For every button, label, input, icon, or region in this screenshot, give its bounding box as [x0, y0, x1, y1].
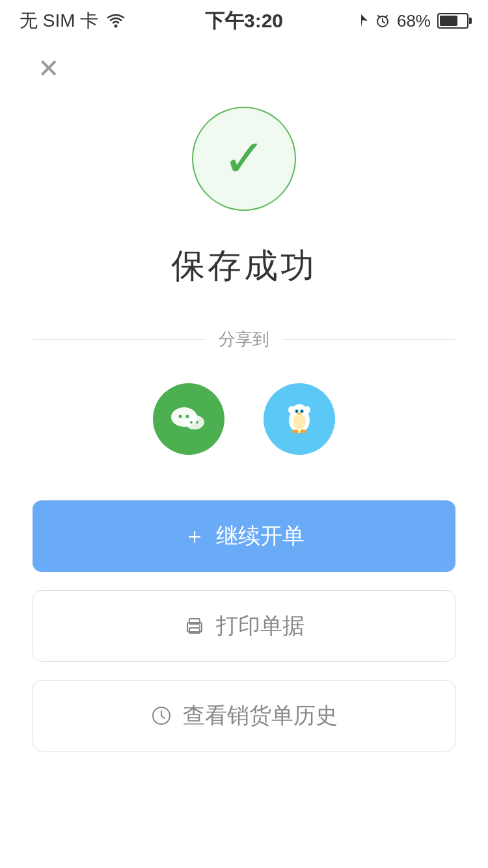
close-button[interactable]: ✕ — [33, 52, 65, 85]
status-right: 68% — [354, 11, 468, 31]
action-buttons: ＋ 继续开单 打印单据 查看销货单历史 — [33, 500, 455, 752]
svg-point-8 — [179, 415, 182, 418]
battery-percent: 68% — [397, 11, 431, 31]
continue-label: 继续开单 — [216, 521, 305, 551]
checkmark-icon: ✓ — [223, 133, 266, 185]
share-row — [153, 383, 335, 455]
svg-point-19 — [288, 406, 295, 414]
svg-point-20 — [304, 406, 310, 414]
share-divider: 分享到 — [33, 328, 455, 351]
wechat-share-button[interactable] — [153, 383, 224, 455]
qq-logo — [279, 399, 319, 439]
svg-point-16 — [296, 411, 298, 413]
svg-point-9 — [186, 415, 189, 418]
svg-point-11 — [196, 421, 198, 424]
status-left: 无 SIM 卡 — [20, 8, 126, 33]
alarm-icon — [375, 13, 390, 29]
carrier-label: 无 SIM 卡 — [20, 8, 98, 33]
wifi-icon — [106, 14, 126, 28]
print-label: 打印单据 — [216, 611, 305, 641]
main-content: ✓ 保存成功 分享到 — [0, 42, 488, 752]
divider-label: 分享到 — [219, 328, 269, 351]
history-label: 查看销货单历史 — [183, 701, 338, 731]
svg-line-30 — [161, 716, 165, 718]
svg-point-17 — [301, 411, 303, 413]
continue-button[interactable]: ＋ 继续开单 — [33, 500, 455, 572]
print-icon — [183, 615, 206, 637]
divider-left — [33, 339, 206, 340]
history-button[interactable]: 查看销货单历史 — [33, 680, 455, 752]
svg-line-3 — [383, 21, 385, 23]
svg-point-21 — [293, 414, 306, 429]
qq-share-button[interactable] — [264, 383, 335, 455]
svg-point-22 — [292, 429, 299, 433]
success-circle: ✓ — [192, 107, 296, 211]
status-bar: 无 SIM 卡 下午3:20 68% — [0, 0, 488, 42]
history-icon — [150, 705, 172, 727]
plus-icon: ＋ — [183, 521, 206, 551]
svg-point-27 — [199, 625, 201, 627]
print-button[interactable]: 打印单据 — [33, 590, 455, 662]
svg-point-23 — [300, 429, 306, 433]
wechat-logo — [166, 396, 211, 442]
svg-point-10 — [190, 421, 193, 424]
location-icon — [354, 14, 368, 28]
svg-line-4 — [378, 16, 380, 18]
battery-icon — [437, 13, 468, 29]
success-title: 保存成功 — [171, 243, 317, 289]
svg-point-0 — [115, 25, 118, 28]
divider-right — [282, 339, 455, 340]
close-icon: ✕ — [38, 55, 60, 81]
svg-line-5 — [385, 16, 387, 18]
status-time: 下午3:20 — [205, 8, 283, 34]
